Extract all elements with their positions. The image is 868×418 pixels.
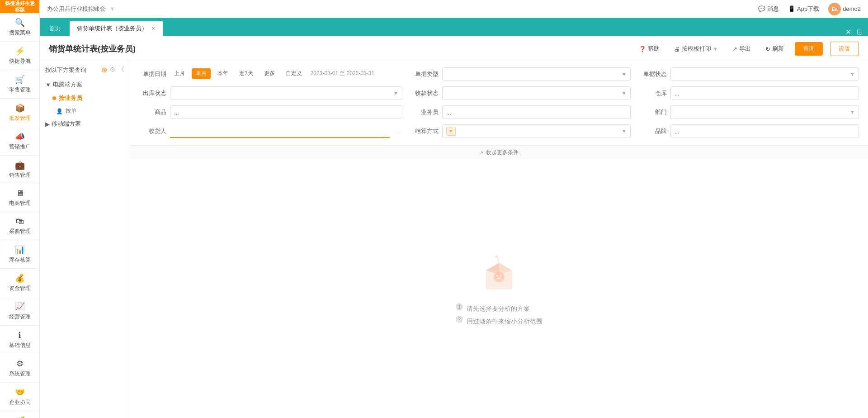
sidebar-item-search[interactable]: 🔍 搜索菜单 <box>0 13 40 42</box>
warehouse-value: ... <box>675 90 679 97</box>
date-chip-thismonth[interactable]: 本月 <box>192 68 211 79</box>
filter-row-1: 单据日期 上月 本月 本年 近7天 更多 自定义 2023-03-01 至 20… <box>139 67 859 81</box>
print-btn[interactable]: 🖨 按模板打印 ▼ <box>670 43 722 55</box>
window-maximize-icon[interactable]: ⊡ <box>857 28 863 36</box>
top-bar-right: 💬 消息 📱 App下载 Ea demo2 <box>758 3 861 15</box>
sidebar-item-label: 电商管理 <box>9 200 31 207</box>
chevron-down-icon6: ▼ <box>622 128 627 134</box>
left-panel-header: 按以下方案查询 ⊕ ⊙ 《 <box>40 66 130 78</box>
refresh-icon: ↻ <box>765 46 770 52</box>
sidebar-item-enterprise[interactable]: 🤝 企业协同 <box>0 383 40 411</box>
tab-sales-report-label: 销货单统计表（按业务员） <box>77 24 147 33</box>
brand-dropdown[interactable]: ... <box>670 124 859 138</box>
search-icon: 🔍 <box>15 18 25 28</box>
sidebar-item-label: 营销推广 <box>9 143 31 151</box>
dept-label: 部门 <box>640 108 667 116</box>
page-header: 销货单统计表(按业务员) ❓ 帮助 🖨 按模板打印 ▼ ↗ 导出 ↻ 刷新 <box>40 36 868 60</box>
date-chips: 上月 本月 本年 近7天 更多 自定义 2023-03-01 至 2023-03… <box>170 68 402 79</box>
avatar: Ea <box>828 3 841 15</box>
breadcrumb-arrow: ▼ <box>109 5 115 12</box>
date-chip-thisyear[interactable]: 本年 <box>213 68 232 79</box>
app-download-btn[interactable]: 📱 App下载 <box>788 5 819 13</box>
message-icon: 💬 <box>758 5 765 12</box>
sidebar-item-label: 企业协同 <box>9 399 31 406</box>
sidebar-item-basicinfo[interactable]: ℹ 基础信息 <box>0 326 40 354</box>
tab-sales-report[interactable]: 销货单统计表（按业务员） ✕ <box>70 21 163 36</box>
settings-button[interactable]: 设置 <box>830 42 859 56</box>
sidebar-item-marketing[interactable]: 📣 营销推广 <box>0 127 40 156</box>
docstatus-dropdown[interactable]: ▼ <box>670 67 859 81</box>
scheme-group-mobile-header[interactable]: ▶ 移动端方案 <box>40 117 130 131</box>
product-dropdown[interactable]: ... <box>170 105 402 119</box>
salesperson-dropdown[interactable]: ... <box>442 105 631 119</box>
date-chip-custom[interactable]: 自定义 <box>282 68 306 79</box>
sidebar-item-wholesale[interactable]: 📦 批发管理 <box>0 99 40 127</box>
date-chip-more[interactable]: 更多 <box>260 68 279 79</box>
scheme-group-desktop-header[interactable]: ▼ 电脑端方案 <box>40 78 130 91</box>
collapse-bar[interactable]: ∧ 收起更多条件 <box>130 146 868 159</box>
export-btn[interactable]: ↗ 导出 <box>729 43 755 55</box>
sidebar-item-finance[interactable]: 💰 资金管理 <box>0 269 40 297</box>
sidebar-item-sales[interactable]: 💼 销售管理 <box>0 156 40 184</box>
date-chip-lastmonth[interactable]: 上月 <box>170 68 189 79</box>
payment-tag-x[interactable]: × <box>449 128 453 134</box>
window-minimize-icon[interactable]: ✕ <box>845 28 851 36</box>
filter-field-outstatus: 出库状态 ▼ <box>139 86 402 100</box>
empty-illustration <box>476 250 522 295</box>
sidebar-item-newguide[interactable]: 🌱 新手引导 <box>0 411 40 418</box>
tip-text-1: 请先选择要分析的方案 <box>467 302 530 315</box>
sidebar-item-operations[interactable]: 📈 经营管理 <box>0 297 40 326</box>
settings-scheme-icon[interactable]: ⊙ <box>110 66 115 74</box>
tab-home[interactable]: 首页 <box>42 21 68 36</box>
sidebar-item-retail[interactable]: 🛒 零售管理 <box>0 70 40 99</box>
date-chip-7days[interactable]: 近7天 <box>235 68 257 79</box>
doctype-dropdown[interactable]: ▼ <box>442 67 631 81</box>
warehouse-dropdown[interactable]: ... <box>670 86 859 100</box>
print-dropdown-icon: ▼ <box>713 46 718 52</box>
print-icon: 🖨 <box>674 46 680 52</box>
collapse-panel-icon[interactable]: 《 <box>118 66 124 74</box>
message-btn[interactable]: 💬 消息 <box>758 5 779 13</box>
chevron-down-icon5: ▼ <box>850 109 855 115</box>
user-name: demo2 <box>843 5 861 12</box>
tip-num-2: 2 <box>456 316 463 323</box>
sidebar-item-ecommerce[interactable]: 🖥 电商管理 <box>0 184 40 212</box>
sidebar-item-label: 基础信息 <box>9 342 31 349</box>
tab-close-icon[interactable]: ✕ <box>151 26 156 31</box>
warehouse-label: 仓库 <box>640 89 667 97</box>
product-label: 商品 <box>139 108 166 116</box>
scheme-item-byyaoyuan[interactable]: 按业务员 <box>40 91 130 105</box>
receiver-input[interactable] <box>170 124 390 138</box>
right-panel: 单据日期 上月 本月 本年 近7天 更多 自定义 2023-03-01 至 20… <box>130 60 868 418</box>
receiver-ellipsis[interactable]: ... <box>393 128 402 135</box>
ecommerce-icon: 🖥 <box>16 189 24 198</box>
export-label: 导出 <box>739 45 751 53</box>
left-panel: 按以下方案查询 ⊕ ⊙ 《 ▼ 电脑端方案 按业务员 <box>40 60 130 418</box>
sidebar-item-inventory[interactable]: 📊 库存核算 <box>0 240 40 269</box>
search-button[interactable]: 查询 <box>795 42 823 56</box>
dept-dropdown[interactable]: ▼ <box>670 105 859 119</box>
paystatus-dropdown[interactable]: ▼ <box>442 86 631 100</box>
scheme-item-byorder[interactable]: 👤 按单 <box>40 105 130 117</box>
user-menu[interactable]: Ea demo2 <box>828 3 861 15</box>
outstatus-label: 出库状态 <box>139 89 166 97</box>
app-logo-subtext: 标版 <box>15 6 25 13</box>
help-btn[interactable]: ❓ 帮助 <box>635 43 663 55</box>
sidebar-item-system[interactable]: ⚙ 系统管理 <box>0 354 40 383</box>
outstatus-dropdown[interactable]: ▼ <box>170 86 402 100</box>
sidebar-item-purchase[interactable]: 🛍 采购管理 <box>0 212 40 240</box>
scheme-group-mobile-label: 移动端方案 <box>52 120 81 128</box>
svg-point-4 <box>494 271 504 282</box>
sidebar: 畅捷通好生意 标版 🔍 搜索菜单 ⚡ 快捷导航 🛒 零售管理 📦 批发管理 📣 … <box>0 0 40 418</box>
page-actions: ❓ 帮助 🖨 按模板打印 ▼ ↗ 导出 ↻ 刷新 查询 设置 <box>635 42 859 56</box>
refresh-btn[interactable]: ↻ 刷新 <box>762 43 788 55</box>
body-area: 按以下方案查询 ⊕ ⊙ 《 ▼ 电脑端方案 按业务员 <box>40 60 868 418</box>
sidebar-item-quicknav[interactable]: ⚡ 快捷导航 <box>0 42 40 70</box>
brand-value: ... <box>675 128 679 135</box>
quicknav-icon: ⚡ <box>15 46 25 56</box>
product-value: ... <box>174 109 179 116</box>
add-scheme-icon[interactable]: ⊕ <box>101 66 107 74</box>
sidebar-item-label: 快捷导航 <box>9 57 31 65</box>
payment-dropdown[interactable]: × ▼ <box>442 124 631 138</box>
refresh-label: 刷新 <box>772 45 784 53</box>
